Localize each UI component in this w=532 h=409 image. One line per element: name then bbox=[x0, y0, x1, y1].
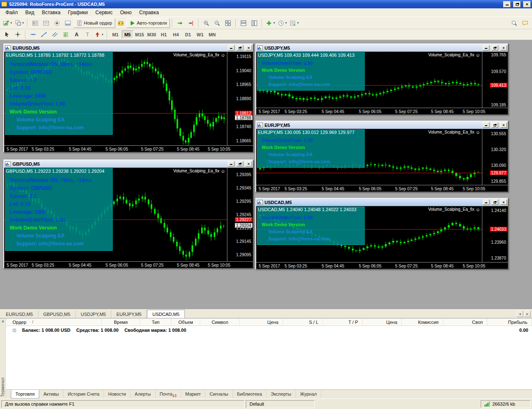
ea-smiley-icon[interactable]: ☺ bbox=[476, 207, 480, 212]
tab-exposure[interactable]: Активы bbox=[39, 390, 63, 398]
templates-button[interactable]: ▾ bbox=[288, 18, 300, 28]
new-chart-button[interactable]: ▾ bbox=[2, 18, 13, 28]
chart-close-button[interactable]: × bbox=[245, 45, 252, 50]
col-commission-header[interactable]: Комиссия bbox=[402, 318, 443, 326]
chart-tab-gbpusd[interactable]: GBPUSD,M5 bbox=[38, 310, 76, 318]
tab-scroll-left-button[interactable]: ◄ bbox=[517, 311, 523, 317]
tab-news[interactable]: Новости bbox=[104, 390, 131, 398]
crosshair-tool[interactable] bbox=[13, 30, 23, 39]
chart-window-titlebar[interactable]: GBPUSD,M5× bbox=[4, 160, 253, 168]
navigator-toggle[interactable] bbox=[52, 18, 62, 28]
chart-minimize-button[interactable] bbox=[483, 122, 489, 128]
chart-window-usdcad[interactable]: USDCAD,M5×VolumeOrderFlow: 1.50Work Demo… bbox=[255, 198, 509, 270]
chart-window-titlebar[interactable]: USDJPY,M5× bbox=[256, 44, 508, 52]
tab-mailbox[interactable]: Почта13 bbox=[156, 390, 182, 398]
chart-restore-button[interactable] bbox=[492, 122, 498, 128]
col-volume-header[interactable]: Объем bbox=[171, 318, 200, 326]
timeframe-h4[interactable]: H4 bbox=[170, 30, 182, 39]
status-profile-selector[interactable]: Default bbox=[246, 400, 315, 408]
profiles-button[interactable]: ▾ bbox=[14, 18, 25, 28]
data-window-toggle[interactable] bbox=[41, 18, 51, 28]
tile-vertical-button[interactable] bbox=[249, 18, 260, 28]
status-connection-indicator[interactable]: 26632/6 kb bbox=[481, 400, 531, 408]
col-sl-header[interactable]: S / L bbox=[283, 318, 323, 326]
new-order-button[interactable]: Новый ордер bbox=[73, 18, 115, 28]
periods-button[interactable]: ▾ bbox=[277, 18, 288, 28]
chart-restore-button[interactable] bbox=[492, 45, 498, 50]
label-tool[interactable]: T bbox=[82, 30, 93, 39]
metaeditor-button[interactable] bbox=[116, 18, 126, 28]
chart-minimize-button[interactable] bbox=[483, 199, 489, 205]
tab-trade[interactable]: Торговля bbox=[11, 390, 39, 399]
tab-journal[interactable]: Журнал bbox=[296, 390, 321, 398]
chart-tab-eurjpy[interactable]: EURJPY,M5 bbox=[111, 310, 147, 318]
text-tool[interactable]: A bbox=[71, 30, 82, 39]
chart-minimize-button[interactable] bbox=[228, 161, 234, 167]
col-profit-header[interactable]: Прибыль bbox=[487, 318, 532, 326]
arrows-tool[interactable]: ▾ bbox=[93, 30, 105, 39]
timeframe-m5[interactable]: M5 bbox=[122, 30, 134, 39]
menu-window[interactable]: Окно bbox=[116, 9, 136, 16]
menu-charts[interactable]: Графики bbox=[64, 9, 92, 16]
chart-tab-usdcad[interactable]: USDCAD,M5 bbox=[147, 310, 185, 318]
chart-window-usdjpy[interactable]: USDJPY,M5×VolumeOrderFlow: 1.50Work Demo… bbox=[255, 43, 509, 115]
menu-file[interactable]: Файл bbox=[2, 9, 22, 16]
col-symbol-header[interactable]: Символ bbox=[200, 318, 240, 326]
menu-help[interactable]: Справка bbox=[136, 9, 163, 16]
channel-tool[interactable] bbox=[50, 30, 60, 39]
tab-account-history[interactable]: История Счета bbox=[63, 390, 104, 398]
chart-close-button[interactable]: × bbox=[500, 45, 507, 50]
chart-window-eurusd[interactable]: EURUSD,M5×TerminalMonitor ON, 59ms, ~14m… bbox=[3, 43, 254, 153]
cursor-tool[interactable] bbox=[2, 30, 12, 39]
timeframe-h1[interactable]: H1 bbox=[158, 30, 170, 39]
window-minimize-button[interactable] bbox=[503, 1, 511, 8]
chart-close-button[interactable]: × bbox=[500, 122, 507, 128]
autotrading-toggle[interactable]: Авто-торговля bbox=[126, 18, 170, 28]
chart-window-eurjpy[interactable]: EURJPY,M5×VolumeOrderFlow: 1.50Work Demo… bbox=[255, 121, 509, 192]
search-button[interactable] bbox=[509, 18, 519, 28]
ea-smiley-icon[interactable]: ☺ bbox=[476, 53, 480, 57]
col-order-header[interactable]: Ордер/ bbox=[6, 318, 102, 326]
add-indicator-button[interactable]: ▾ bbox=[265, 18, 276, 28]
chart-close-button[interactable]: × bbox=[500, 199, 507, 205]
menu-insert[interactable]: Вставка bbox=[38, 9, 64, 16]
terminal-close-icon[interactable]: × bbox=[0, 319, 5, 324]
col-current-price-header[interactable]: Цена bbox=[363, 318, 402, 326]
tab-signals[interactable]: Сигналы bbox=[205, 390, 233, 398]
timeframe-m1[interactable]: M1 bbox=[110, 30, 121, 39]
timeframe-mn[interactable]: MN bbox=[207, 30, 218, 39]
chart-restore-button[interactable] bbox=[237, 45, 243, 50]
tab-alerts[interactable]: Алерты bbox=[131, 390, 156, 398]
chart-window-titlebar[interactable]: EURJPY,M5× bbox=[256, 121, 508, 129]
market-watch-toggle[interactable] bbox=[30, 18, 40, 28]
timeframe-w1[interactable]: W1 bbox=[194, 30, 206, 39]
zoom-in-button[interactable] bbox=[201, 18, 212, 28]
chart-window-titlebar[interactable]: USDCAD,M5× bbox=[256, 199, 508, 206]
timeframe-m30[interactable]: M30 bbox=[146, 30, 158, 39]
ea-smiley-icon[interactable]: ☺ bbox=[221, 169, 225, 173]
fibonacci-tool[interactable]: f bbox=[61, 30, 71, 39]
col-time-header[interactable]: Время bbox=[102, 318, 140, 326]
window-close-button[interactable]: × bbox=[523, 1, 531, 8]
autoscroll-toggle[interactable] bbox=[175, 18, 185, 28]
chart-window-titlebar[interactable]: EURUSD,M5× bbox=[4, 44, 253, 52]
community-button[interactable] bbox=[520, 18, 530, 28]
zoom-out-button[interactable] bbox=[212, 18, 222, 28]
chart-close-button[interactable]: × bbox=[245, 161, 252, 167]
trendline-tool[interactable] bbox=[39, 30, 49, 39]
col-swap-header[interactable]: Своп bbox=[443, 318, 487, 326]
timeframe-m15[interactable]: M15 bbox=[134, 30, 146, 39]
chart-restore-button[interactable] bbox=[492, 199, 498, 205]
menu-view[interactable]: Вид bbox=[22, 9, 38, 16]
col-type-header[interactable]: Тип bbox=[140, 318, 171, 326]
chart-tab-usdjpy[interactable]: USDJPY,M5 bbox=[76, 310, 111, 318]
horizontal-line-tool[interactable] bbox=[28, 30, 38, 39]
chart-tab-eurusd[interactable]: EURUSD,M5 bbox=[1, 310, 38, 318]
tab-scroll-right-button[interactable]: ► bbox=[524, 311, 531, 317]
timeframe-d1[interactable]: D1 bbox=[182, 30, 194, 39]
menu-tools[interactable]: Сервис bbox=[92, 9, 116, 16]
tile-horizontal-button[interactable] bbox=[238, 18, 249, 28]
tab-experts[interactable]: Эксперты bbox=[267, 390, 296, 398]
chart-restore-button[interactable] bbox=[237, 161, 243, 167]
col-tp-header[interactable]: T / P bbox=[323, 318, 363, 326]
